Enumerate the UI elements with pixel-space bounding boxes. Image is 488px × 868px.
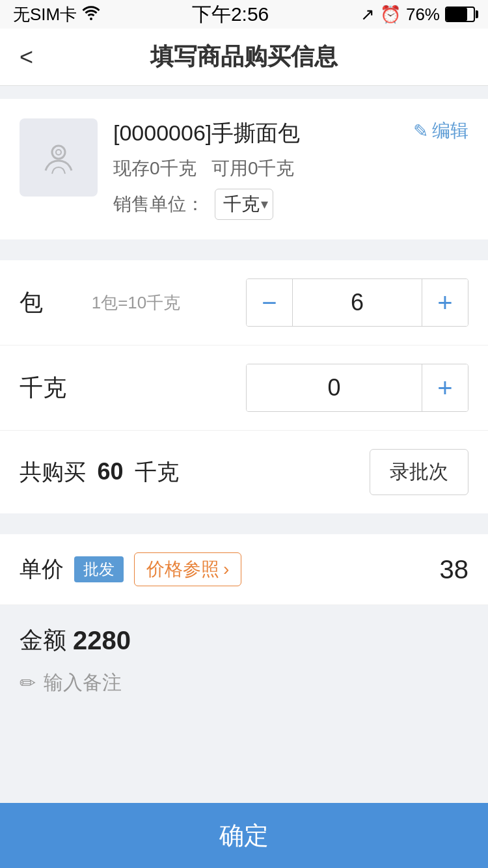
price-type-tag: 批发 <box>74 556 124 582</box>
product-thumbnail <box>20 118 98 197</box>
wifi-icon <box>82 5 100 25</box>
svg-point-1 <box>56 150 61 155</box>
status-bar-time: 下午2:56 <box>192 1 269 28</box>
battery-icon <box>445 7 475 22</box>
bao-quantity-row: 包 1包=10千克 − + <box>0 260 488 346</box>
amount-label: 金额 <box>20 625 66 657</box>
product-stock: 现存0千克 可用0千克 <box>113 156 468 181</box>
product-card: [0000006]手撕面包 现存0千克 可用0千克 销售单位： 千克 ✎ 编辑 <box>0 99 488 239</box>
edit-icon: ✎ <box>413 120 428 142</box>
kg-quantity-input[interactable] <box>247 364 422 411</box>
amount-row: 金额 2280 <box>20 625 468 657</box>
price-section: 单价 批发 价格参照 › 38 <box>0 534 488 605</box>
price-ref-arrow: › <box>223 559 229 580</box>
kg-quantity-row: 千克 + <box>0 346 488 431</box>
product-unit-row: 销售单位： 千克 <box>113 189 468 220</box>
total-unit: 千克 <box>135 459 179 484</box>
total-text: 共购买 60 千克 <box>20 457 179 487</box>
unit-select[interactable]: 千克 <box>215 189 273 220</box>
remark-label: 输入备注 <box>44 670 122 696</box>
page-title: 填写商品购买信息 <box>150 41 338 73</box>
amount-section: 金额 2280 ✏ 输入备注 <box>0 605 488 709</box>
bao-decrement-button[interactable]: − <box>247 279 292 326</box>
edit-button[interactable]: ✎ 编辑 <box>413 118 468 143</box>
svg-point-0 <box>52 146 65 159</box>
unit-label: 销售单位： <box>113 192 204 217</box>
nav-bar: < 填写商品购买信息 <box>0 29 488 86</box>
product-image-icon <box>39 138 78 177</box>
bao-increment-button[interactable]: + <box>422 279 468 326</box>
edit-label: 编辑 <box>432 118 468 143</box>
price-row: 单价 批发 价格参照 › 38 <box>0 534 488 605</box>
available-label: 可用0千克 <box>211 158 295 178</box>
bao-sub-label: 1包=10千克 <box>92 292 181 314</box>
unit-price-label: 单价 <box>20 554 64 584</box>
status-bar: 无SIM卡 下午2:56 ↗ ⏰ 76% <box>0 0 488 29</box>
kg-quantity-control: + <box>246 364 468 412</box>
confirm-button[interactable]: 确定 <box>0 803 488 868</box>
bao-quantity-input[interactable] <box>292 279 422 326</box>
amount-value: 2280 <box>73 626 131 655</box>
quantity-section: 包 1包=10千克 − + 千克 + <box>0 260 488 431</box>
status-bar-right: ↗ ⏰ 76% <box>360 5 475 25</box>
divider-1 <box>0 239 488 250</box>
price-ref-button[interactable]: 价格参照 › <box>134 552 241 586</box>
total-row: 共购买 60 千克 录批次 <box>0 431 488 513</box>
batch-button[interactable]: 录批次 <box>370 449 468 495</box>
battery-label: 76% <box>406 5 440 25</box>
kg-increment-button[interactable]: + <box>422 364 468 411</box>
bao-label: 包 <box>20 287 85 319</box>
stock-label: 现存0千克 <box>113 158 197 178</box>
total-label: 共购买 <box>20 459 86 484</box>
divider-2 <box>0 513 488 524</box>
remark-row[interactable]: ✏ 输入备注 <box>20 670 468 696</box>
unit-price-value: 38 <box>440 555 469 584</box>
unit-select-wrapper[interactable]: 千克 <box>215 189 273 220</box>
remark-icon: ✏ <box>20 671 36 694</box>
total-amount: 60 <box>97 458 123 485</box>
alarm-icon: ⏰ <box>380 5 401 25</box>
battery-fill <box>446 8 467 21</box>
price-ref-label: 价格参照 <box>146 557 219 582</box>
location-icon: ↗ <box>360 5 375 25</box>
kg-label: 千克 <box>20 372 133 404</box>
status-bar-left: 无SIM卡 <box>13 3 100 26</box>
back-button[interactable]: < <box>20 44 33 71</box>
bao-quantity-control: − + <box>246 278 468 327</box>
carrier-label: 无SIM卡 <box>13 3 77 26</box>
